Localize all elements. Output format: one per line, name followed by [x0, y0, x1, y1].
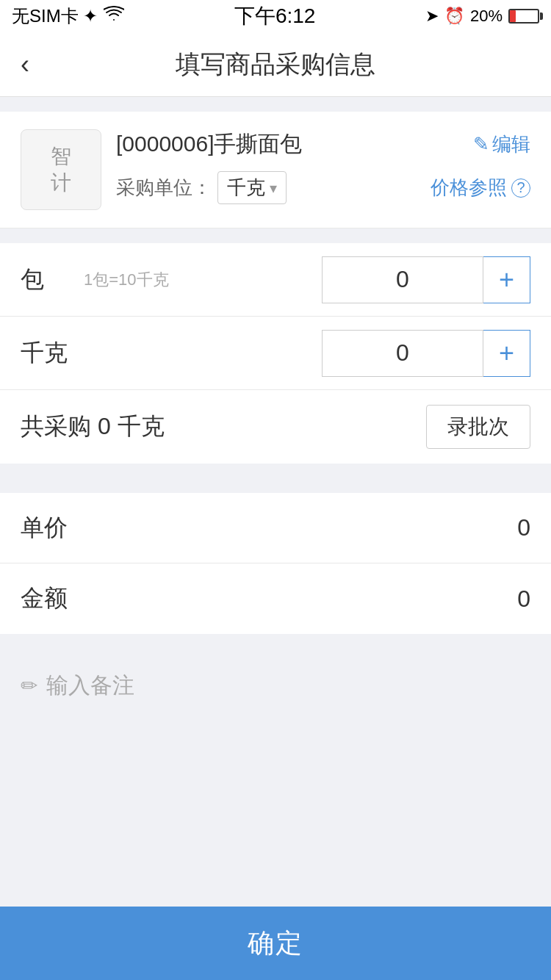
unit-select[interactable]: 千克 ▾ [217, 171, 287, 204]
section-divider-1 [0, 228, 551, 243]
package-sublabel: 1包=10千克 [84, 269, 169, 291]
summary-text: 共采购 0 千克 [21, 411, 165, 443]
remark-placeholder: 输入备注 [46, 671, 134, 701]
package-plus-button[interactable]: + [483, 256, 530, 303]
unit-row: 采购单位： 千克 ▾ 价格参照 ? [116, 171, 530, 204]
alarm-icon: ⏰ [444, 7, 464, 26]
package-number-input[interactable] [322, 256, 483, 303]
location-icon: ➤ [425, 7, 439, 26]
wifi-icon [104, 6, 124, 26]
summary-row: 共采购 0 千克 录批次 [0, 390, 551, 464]
product-logo-text: 智 计 [51, 143, 71, 197]
input-section: 包 1包=10千克 + 千克 + [0, 243, 551, 390]
unit-label: 采购单位： [116, 175, 212, 201]
nav-bar: ‹ 填写商品采购信息 [0, 32, 551, 97]
product-name: [0000006]手撕面包 [116, 129, 302, 159]
unit-price-value: 0 [517, 514, 530, 541]
product-card: 智 计 [0000006]手撕面包 ✎ 编辑 采购单位： 千克 ▾ 价格参照 ? [0, 112, 551, 228]
kg-number-input[interactable] [322, 330, 483, 377]
batch-button[interactable]: 录批次 [426, 405, 530, 449]
product-info: [0000006]手撕面包 ✎ 编辑 采购单位： 千克 ▾ 价格参照 ? [116, 129, 530, 204]
question-icon: ? [511, 179, 530, 198]
unit-price-label: 单价 [21, 512, 68, 544]
battery-percent: 20% [470, 7, 503, 26]
product-logo: 智 计 [21, 129, 101, 210]
dropdown-arrow-icon: ▾ [270, 179, 277, 197]
edit-link[interactable]: ✎ 编辑 [473, 131, 530, 157]
edit-icon: ✎ [473, 133, 489, 156]
kg-plus-button[interactable]: + [483, 330, 530, 377]
unit-price-row: 单价 0 [0, 493, 551, 563]
price-ref-label: 价格参照 [431, 175, 507, 201]
package-input-row: 包 1包=10千克 + [0, 243, 551, 317]
pencil-icon: ✏ [21, 674, 37, 698]
confirm-button[interactable]: 确定 [0, 907, 551, 980]
price-section: 单价 0 金额 0 [0, 493, 551, 634]
amount-row: 金额 0 [0, 563, 551, 634]
unit-value: 千克 [227, 175, 265, 201]
amount-label: 金额 [21, 583, 68, 615]
battery-icon [508, 9, 539, 24]
kg-input-row: 千克 + [0, 317, 551, 390]
section-divider-2 [0, 464, 551, 478]
kg-input-right: + [322, 330, 530, 377]
package-input-right: + [322, 256, 530, 303]
summary-section: 共采购 0 千克 录批次 [0, 390, 551, 464]
edit-label: 编辑 [492, 131, 530, 157]
price-ref-link[interactable]: 价格参照 ? [431, 175, 530, 201]
kg-label: 千克 [21, 337, 79, 370]
status-bar: 无SIM卡 ✦ 下午6:12 ➤ ⏰ 20% [0, 0, 551, 32]
status-time: 下午6:12 [234, 2, 316, 30]
remark-section[interactable]: ✏ 输入备注 [0, 649, 551, 722]
status-right: ➤ ⏰ 20% [425, 7, 539, 26]
page-title: 填写商品采购信息 [176, 48, 375, 82]
amount-value: 0 [517, 586, 530, 613]
back-button[interactable]: ‹ [21, 49, 29, 80]
status-left: 无SIM卡 ✦ [12, 4, 124, 28]
package-label: 包 [21, 264, 79, 296]
sim-text: 无SIM卡 ✦ [12, 4, 98, 28]
product-name-row: [0000006]手撕面包 ✎ 编辑 [116, 129, 530, 159]
